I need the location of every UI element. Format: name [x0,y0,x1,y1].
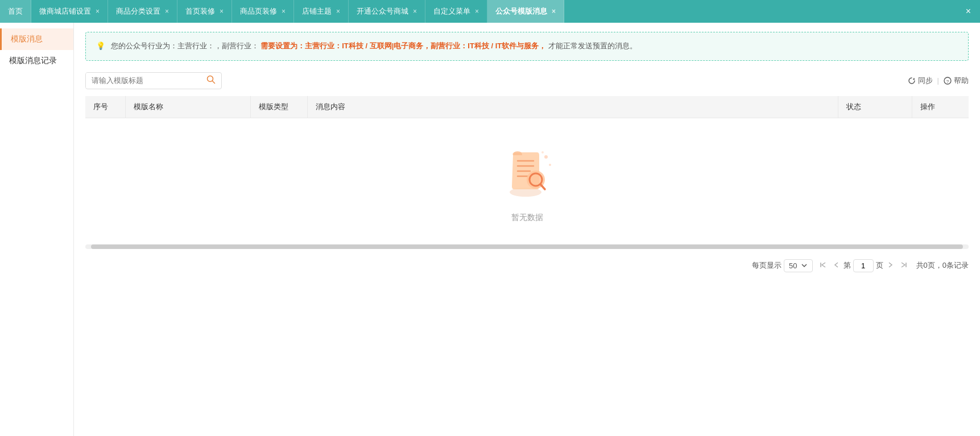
nav-tab-category-settings-close[interactable]: × [165,7,169,15]
nav-tab-store-theme[interactable]: 店铺主题 × [294,0,349,23]
sync-button[interactable]: 同步 [908,76,933,86]
nav-tab-homepage-decoration[interactable]: 首页装修 × [177,0,232,23]
nav-tab-store-settings[interactable]: 微商城店铺设置 × [31,0,108,23]
col-header-content: 消息内容 [307,96,838,118]
svg-point-13 [549,164,551,166]
page-size-value: 50 [789,261,797,270]
nav-tab-home-label: 首页 [8,6,23,16]
nav-tab-product-decoration-close[interactable]: × [282,7,286,15]
sync-label: 同步 [918,76,933,86]
help-button[interactable]: ? 帮助 [944,76,969,86]
sync-icon [908,77,916,85]
pagination-row: 每页显示 50 [85,254,969,278]
search-button[interactable] [201,73,221,89]
sidebar-item-template-msg-record-label: 模版消息记录 [9,56,57,65]
page-prefix-label: 第 [843,260,851,271]
page-number-input[interactable] [853,259,874,272]
top-nav: 首页 微商城店铺设置 × 商品分类设置 × 首页装修 × 商品页装修 × 店铺主… [0,0,980,23]
sidebar: 模版消息 模版消息记录 [0,23,74,436]
scroll-thumb[interactable] [91,244,963,249]
page-label: 页 [876,260,883,271]
svg-point-12 [544,155,548,159]
pagination-total: 共0页，0条记录 [916,260,969,271]
empty-state-icon [496,141,559,204]
page-size-label: 每页显示 [752,260,781,271]
notice-prefix-text: 您的公众号行业为：主营行业：，副营行业： [111,41,259,50]
nav-tab-store-theme-close[interactable]: × [336,7,340,15]
notice-highlight-text: 需要设置为：主营行业：IT科技 / 互联网|电子商务，副营行业：IT科技 / I… [260,41,546,50]
nav-tab-home[interactable]: 首页 [0,0,31,23]
nav-tab-product-decoration[interactable]: 商品页装修 × [232,0,294,23]
page-size-select: 每页显示 50 [752,259,812,272]
nav-tab-open-mall[interactable]: 开通公众号商城 × [349,0,425,23]
col-header-type: 模版类型 [250,96,307,118]
page-last-button[interactable] [898,260,909,271]
sidebar-item-template-msg-label: 模版消息 [11,34,43,43]
nav-tab-homepage-decoration-close[interactable]: × [220,7,224,15]
page-size-dropdown[interactable]: 50 [784,259,812,272]
data-table: 序号 模版名称 模版类型 消息内容 状态 操作 [85,96,969,118]
nav-tab-custom-menu-close[interactable]: × [475,7,479,15]
col-header-status: 状态 [838,96,912,118]
page-prev-button[interactable] [831,260,841,271]
nav-tab-template-message-close[interactable]: × [552,7,556,15]
nav-tab-template-message[interactable]: 公众号模版消息 × [487,0,564,23]
col-header-action: 操作 [912,96,969,118]
page-next-button[interactable] [886,260,896,271]
svg-text:?: ? [946,79,949,84]
chevron-left-icon [833,261,839,268]
nav-tab-open-mall-label: 开通公众号商城 [357,6,408,16]
nav-tab-custom-menu-label: 自定义菜单 [433,6,470,16]
content-area: 💡 您的公众号行业为：主营行业：，副营行业： 需要设置为：主营行业：IT科技 /… [74,23,980,436]
nav-tab-custom-menu[interactable]: 自定义菜单 × [425,0,487,23]
notice-suffix-text: 才能正常发送预置的消息。 [548,41,637,50]
col-header-name: 模版名称 [125,96,250,118]
empty-state: 暂无数据 [85,118,969,240]
col-header-index: 序号 [85,96,125,118]
search-input[interactable] [86,73,201,88]
toolbar-right: 同步 | ? 帮助 [908,76,969,86]
toolbar-divider: | [937,76,939,85]
nav-tab-store-theme-label: 店铺主题 [302,6,332,16]
empty-state-text: 暂无数据 [511,213,543,223]
page-first-icon [820,261,826,268]
page-first-button[interactable] [817,260,829,271]
nav-tab-store-settings-label: 微商城店铺设置 [39,6,91,16]
sidebar-item-template-msg-record[interactable]: 模版消息记录 [0,50,73,72]
help-icon: ? [944,77,952,85]
notice-box: 💡 您的公众号行业为：主营行业：，副营行业： 需要设置为：主营行业：IT科技 /… [85,32,969,61]
sidebar-item-template-msg[interactable]: 模版消息 [0,28,73,50]
help-label: 帮助 [954,76,969,86]
nav-tab-category-settings[interactable]: 商品分类设置 × [108,0,177,23]
search-icon [206,75,216,84]
page-navigation: 第 页 共0页，0条记录 [817,259,969,272]
table-header: 序号 模版名称 模版类型 消息内容 状态 操作 [85,96,969,118]
nav-tab-product-decoration-label: 商品页装修 [240,6,277,16]
close-all-button[interactable]: × [957,6,980,16]
search-input-wrap [85,72,222,89]
table-header-row: 序号 模版名称 模版类型 消息内容 状态 操作 [85,96,969,118]
chevron-down-icon [801,262,808,269]
chevron-right-icon [888,261,894,268]
nav-tab-category-settings-label: 商品分类设置 [116,6,160,16]
nav-tab-open-mall-close[interactable]: × [413,7,417,15]
nav-tab-homepage-decoration-label: 首页装修 [185,6,215,16]
svg-point-14 [541,151,544,153]
nav-tab-store-settings-close[interactable]: × [96,7,100,15]
svg-line-1 [213,81,215,83]
scroll-bar-area[interactable] [85,244,969,249]
search-row: 同步 | ? 帮助 [85,72,969,89]
nav-tab-template-message-label: 公众号模版消息 [495,6,547,16]
notice-icon: 💡 [96,41,105,50]
main-layout: 模版消息 模版消息记录 💡 您的公众号行业为：主营行业：，副营行业： 需要设置为… [0,23,980,436]
page-last-icon [900,261,907,268]
